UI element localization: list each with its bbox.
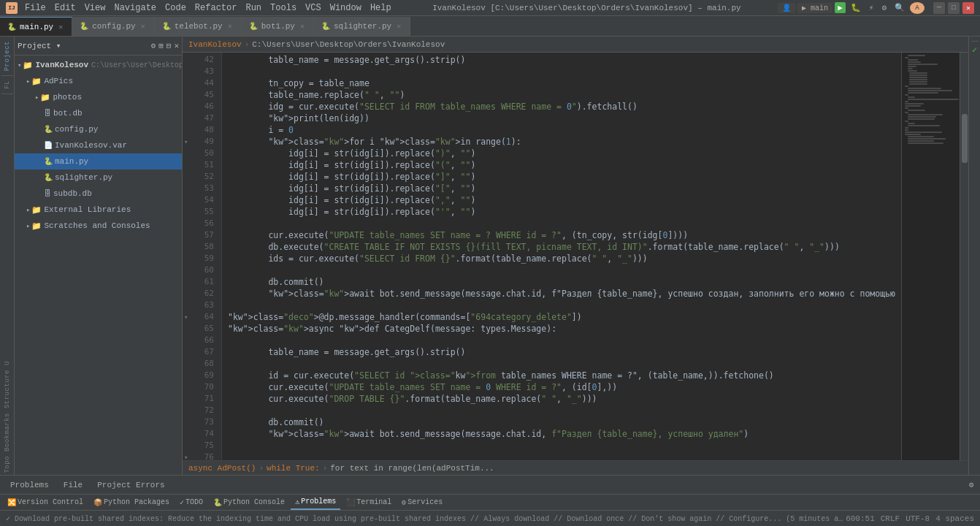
code-line-66 [228, 335, 901, 346]
tree-header-title: Project ▾ [18, 41, 61, 50]
tab-sqlighter-py[interactable]: 🐍 sqlighter.py ✕ [314, 17, 410, 36]
minimize-button[interactable]: ─ [933, 2, 945, 14]
sidebar-fl-label[interactable]: FL [3, 79, 12, 91]
line-num-76[interactable]: ▾76 [183, 451, 217, 460]
tree-icon-expand[interactable]: ⊞ [158, 41, 164, 50]
vc-check-icon[interactable]: ✓ [972, 45, 977, 56]
sidebar-notifications-label[interactable]: U [3, 359, 12, 367]
bottom-tool-services[interactable]: ⚙ Services [397, 495, 447, 510]
app-logo: IJ [6, 2, 18, 14]
user-menu[interactable]: 👤 [778, 3, 795, 13]
menu-run[interactable]: Run [241, 1, 266, 15]
menu-help[interactable]: Help [366, 1, 396, 15]
avatar[interactable]: A [910, 2, 925, 14]
breadcrumb-path: C:\Users\User\Desktop\Orders\IvanKolesov [252, 40, 445, 49]
code-line-60 [228, 264, 901, 276]
tab-main-py[interactable]: 🐍 main.py ✕ [0, 17, 72, 36]
search-button[interactable]: 🔍 [892, 2, 908, 13]
code-content[interactable]: table_name = message.get_args().strip() … [222, 53, 901, 460]
tree-icon-gear[interactable]: ⚙ [151, 41, 156, 50]
status-position[interactable]: 600:51 [846, 514, 875, 523]
menu-navigate[interactable]: Navigate [110, 1, 161, 15]
bottom-tool-vc[interactable]: 🔀 Version Control [3, 495, 88, 510]
sidebar-bookmarks-label[interactable]: Bookmarks [3, 411, 12, 453]
line-num-64[interactable]: ▾64 [183, 311, 217, 323]
bottom-tool-terminal[interactable]: ⬛ Terminal [342, 495, 396, 510]
fold-arrow-49[interactable]: ▾ [184, 136, 188, 148]
tab-telebot-close[interactable]: ✕ [226, 21, 234, 31]
tree-item-sqlighterpy[interactable]: 🐍 sqlighter.py [15, 169, 182, 186]
minimap-line-49 [908, 70, 917, 72]
menu-view[interactable]: View [80, 1, 110, 15]
menu-tools[interactable]: Tools [266, 1, 301, 15]
maximize-button[interactable]: □ [948, 2, 960, 14]
code-line-50: idg[i] = str(idg[i]).replace(")", "") [228, 148, 901, 159]
bottom-tab-problems[interactable]: Problems [3, 476, 56, 494]
settings-button[interactable]: ⚙ [878, 2, 889, 13]
menu-refactor[interactable]: Refactor [191, 1, 242, 15]
problems-label: Problems [301, 498, 336, 506]
tree-item-mainpy[interactable]: 🐍 main.py [15, 153, 182, 169]
status-charset[interactable]: UTF-8 [906, 514, 930, 523]
tree-item-scratches[interactable]: ▸ 📁 Scratches and Consoles [15, 218, 182, 234]
bottom-tool-pyconsole[interactable]: 🐍 Python Console [209, 495, 289, 510]
sidebar-structure-label[interactable]: Structure [3, 368, 12, 410]
tree-item-botdb[interactable]: 🗄 bot.db [15, 105, 182, 121]
bottom-settings-icon[interactable]: ⚙ [965, 479, 977, 491]
bottom-tab-project-errors[interactable]: Project Errors [90, 476, 172, 494]
tab-config-close[interactable]: ✕ [139, 21, 147, 31]
tree-subdbdb-label: subdb.db [53, 189, 92, 198]
line-num-60: 60 [183, 264, 217, 276]
tree-item-configpy[interactable]: 🐍 config.py [15, 121, 182, 137]
line-num-49[interactable]: ▾49 [183, 136, 217, 148]
debug-button[interactable]: 🐛 [848, 2, 864, 13]
menu-code[interactable]: Code [161, 1, 191, 15]
tree-item-ivankolesovvar[interactable]: 📄 IvanKolesov.var [15, 137, 182, 153]
tab-bot1-close[interactable]: ✕ [299, 21, 306, 31]
menu-window[interactable]: Window [326, 1, 366, 15]
tab-sqlighter-close[interactable]: ✕ [395, 21, 402, 31]
tree-mainpy-label: main.py [55, 157, 88, 166]
status-crlf[interactable]: CRLF [881, 514, 900, 523]
tree-icon-close[interactable]: ✕ [174, 41, 179, 50]
tab-main-close[interactable]: ✕ [57, 22, 64, 32]
tree-item-photos[interactable]: ▸ 📁 photos [15, 89, 182, 105]
bottom-tool-problems[interactable]: ⚠ Problems [291, 495, 340, 510]
scrollbar-thumb[interactable] [962, 114, 968, 163]
run-button[interactable]: ▶ [835, 2, 846, 13]
tree-icon-collapse[interactable]: ⊟ [166, 41, 172, 50]
fold-arrow-64[interactable]: ▾ [184, 311, 188, 323]
tab-bot1-py[interactable]: 🐍 bot1.py ✕ [242, 17, 314, 36]
fold-arrow-76[interactable]: ▾ [184, 451, 188, 460]
code-bc-item2[interactable]: while True: [267, 464, 320, 473]
code-line-45: table_name.replace(" ", "") [228, 89, 901, 101]
menu-file[interactable]: File [20, 1, 50, 15]
tree-item-adpics[interactable]: ▸ 📁 AdPics [15, 73, 182, 89]
sidebar-topo-label[interactable]: Topo [3, 454, 12, 475]
scrollbar[interactable] [960, 53, 968, 460]
menu-edit[interactable]: Edit [50, 1, 80, 15]
bottom-tool-packages[interactable]: 📦 Python Packages [89, 495, 174, 510]
profile-button[interactable]: ⚡ [866, 2, 877, 13]
code-line-56 [228, 218, 901, 229]
sidebar-project-label[interactable]: Project [3, 39, 12, 72]
tab-telebot-py[interactable]: 🐍 telebot.py ✕ [155, 17, 242, 36]
tree-item-subdbdb[interactable]: 🗄 subdb.db [15, 186, 182, 202]
tree-root[interactable]: ▾ 📁 IvanKolesov C:\Users\User\Desktop\Or… [15, 57, 182, 73]
code-bc-item3[interactable]: for text in range(len(adPostTim... [330, 464, 494, 473]
project-tree: Project ▾ ⚙ ⊞ ⊟ ✕ ▾ 📁 IvanKolesov C:\Use… [15, 37, 183, 475]
tab-config-py[interactable]: 🐍 config.py ✕ [72, 17, 154, 36]
breadcrumb-root[interactable]: IvanKolesov [188, 40, 242, 49]
bottom-tool-todo[interactable]: ✓ TODO [175, 495, 207, 510]
bottom-tab-file[interactable]: File [56, 476, 90, 494]
tab-config-label: config.py [92, 22, 135, 31]
code-line-43 [228, 66, 901, 77]
menu-vcs[interactable]: VCS [301, 1, 326, 15]
code-bc-item1[interactable]: async AdPost() [188, 464, 256, 473]
code-line-67: table_name = message.get_args().strip() [228, 346, 901, 358]
close-button[interactable]: ✕ [962, 2, 974, 14]
tree-item-extlibs[interactable]: ▸ 📁 External Libraries [15, 202, 182, 218]
status-indent[interactable]: 4 spaces [935, 514, 974, 523]
packages-icon: 📦 [93, 498, 102, 507]
run-config[interactable]: ▶ main [797, 3, 832, 13]
